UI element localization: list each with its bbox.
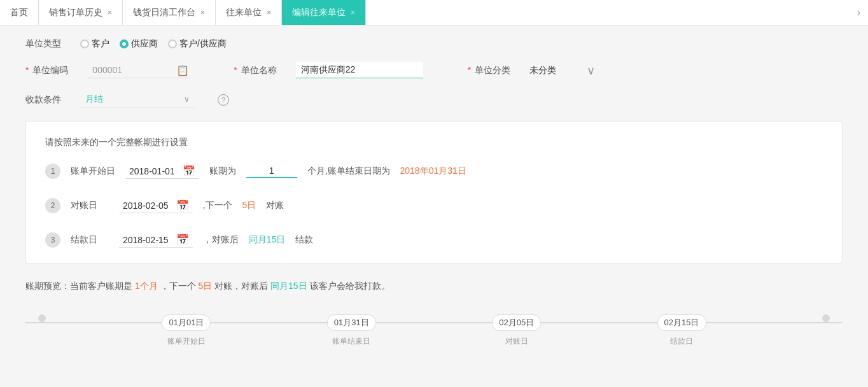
- preview-suffix: 该客户会给我打款。: [310, 281, 390, 291]
- payment-suffix: 结款: [295, 234, 313, 246]
- classify-value: 未分类: [529, 65, 556, 76]
- tab-edit-partner-label: 编辑往来单位: [292, 7, 346, 18]
- payment-date-calendar-icon[interactable]: 📅: [176, 234, 189, 246]
- payment-date-field: 2018-02-15 📅: [119, 232, 193, 248]
- timeline-label-1: 账单结束日: [332, 336, 370, 347]
- code-name-classify-row: * 单位编码 📋 * 单位名称 * 单位分类 未分类 ∨: [25, 62, 843, 78]
- payment-label: 收款条件: [25, 94, 61, 106]
- period-unit: 个月,账单结束日期为: [307, 165, 390, 177]
- code-label: * 单位编码: [25, 65, 68, 76]
- payment-value: 月结: [85, 94, 184, 105]
- main-content: 单位类型 客户 供应商 客户/供应商 * 单位编码 📋 *: [0, 25, 868, 387]
- tab-sales-history-close[interactable]: ×: [108, 8, 112, 17]
- reconcile-highlight: 5日: [242, 200, 256, 211]
- payment-prefix: ，对账后: [203, 234, 239, 246]
- code-required-star: *: [25, 65, 29, 75]
- setting-num-1: 1: [45, 164, 60, 179]
- tab-sales-history[interactable]: 销售订单历史 ×: [39, 0, 123, 25]
- timeline-badge-3: 02月15日: [657, 314, 706, 331]
- reconcile-date-text: 2018-02-05: [123, 201, 169, 211]
- period-input[interactable]: [246, 164, 297, 178]
- timeline-start-anchor: [38, 314, 46, 322]
- name-input[interactable]: [296, 62, 423, 78]
- period-end-date: 2018年01月31日: [400, 165, 466, 177]
- radio-supplier-label: 供应商: [131, 38, 158, 50]
- timeline-wrapper: 01月01日 账单开始日 01月31日 账单结束日 02月05日 对账日 02月…: [25, 308, 843, 353]
- tab-sales-history-label: 销售订单历史: [49, 7, 102, 18]
- start-date-field: 2018-01-01 📅: [125, 164, 199, 179]
- radio-customer[interactable]: 客户: [80, 38, 109, 50]
- radio-customer-label: 客户: [92, 38, 109, 50]
- preview-part3: 同月15日: [270, 281, 307, 291]
- classify-required-star: *: [468, 65, 471, 75]
- timeline-point-end-dot: [822, 314, 830, 322]
- radio-supplier[interactable]: 供应商: [120, 38, 158, 50]
- radio-customer-circle: [80, 39, 89, 48]
- tab-expand-button[interactable]: ›: [850, 0, 868, 25]
- setting-num-3: 3: [45, 232, 60, 248]
- radio-both[interactable]: 客户/供应商: [168, 38, 227, 50]
- settings-title: 请按照未来的一个完整帐期进行设置: [45, 137, 823, 148]
- preview-part2: 5日: [198, 281, 212, 291]
- reconcile-prefix: ,下一个: [203, 200, 232, 211]
- tab-cash-work-label: 钱货日清工作台: [133, 7, 195, 18]
- tabs-bar: 首页 销售订单历史 × 钱货日清工作台 × 往来单位 × 编辑往来单位 × ›: [0, 0, 868, 25]
- tab-partners-label: 往来单位: [226, 7, 262, 18]
- preview-part1: 1个月: [135, 281, 158, 291]
- timeline-badge-2: 02月05日: [492, 314, 541, 331]
- payment-date-text: 2018-02-15: [123, 235, 169, 245]
- tab-cash-work[interactable]: 钱货日清工作台 ×: [123, 0, 216, 25]
- payment-dropdown[interactable]: 月结 ∨: [80, 91, 195, 108]
- payment-highlight: 同月15日: [249, 234, 286, 246]
- start-date-calendar-icon[interactable]: 📅: [183, 165, 195, 177]
- code-calendar-icon[interactable]: 📋: [176, 64, 189, 76]
- timeline-point-2: 02月05日 对账日: [492, 314, 541, 347]
- start-date-text: 2018-01-01: [129, 166, 175, 176]
- tab-home-label: 首页: [10, 7, 28, 18]
- radio-both-label: 客户/供应商: [179, 38, 227, 50]
- preview-mid2: 对账，对账后: [214, 281, 268, 291]
- tab-home[interactable]: 首页: [0, 0, 39, 25]
- timeline-badge-1: 01月31日: [327, 314, 376, 331]
- timeline-label-3: 结款日: [670, 336, 693, 347]
- unit-type-row: 单位类型 客户 供应商 客户/供应商: [25, 38, 843, 50]
- unit-type-label: 单位类型: [25, 38, 61, 50]
- tab-edit-partner-close[interactable]: ×: [351, 8, 355, 17]
- timeline-point-1: 01月31日 账单结束日: [327, 314, 376, 347]
- classify-dropdown[interactable]: 未分类 ∨: [529, 64, 595, 78]
- timeline-point-start-dot: [38, 314, 46, 322]
- timeline-end-anchor: [822, 314, 830, 322]
- name-label: * 单位名称: [234, 65, 276, 76]
- radio-both-circle: [168, 39, 177, 48]
- tab-partners[interactable]: 往来单位 ×: [216, 0, 282, 25]
- reconcile-date-field: 2018-02-05 📅: [119, 198, 193, 213]
- timeline-points: 01月01日 账单开始日 01月31日 账单结束日 02月05日 对账日 02月…: [38, 314, 830, 347]
- settings-box: 请按照未来的一个完整帐期进行设置 1 账单开始日 2018-01-01 📅 账期…: [25, 121, 843, 264]
- classify-label: * 单位分类: [468, 65, 510, 76]
- code-input-group: 📋: [87, 62, 189, 78]
- setting-row-2: 2 对账日 2018-02-05 📅 ,下一个 5日 对账: [45, 198, 823, 213]
- period-label: 账期为: [209, 165, 236, 177]
- reconcile-suffix: 对账: [266, 200, 284, 211]
- reconcile-date-calendar-icon[interactable]: 📅: [176, 199, 189, 211]
- payment-row: 收款条件 月结 ∨ ?: [25, 91, 843, 108]
- payment-chevron-down-icon: ∨: [184, 95, 190, 104]
- tab-edit-partner[interactable]: 编辑往来单位 ×: [282, 0, 366, 25]
- radio-supplier-circle: [120, 39, 129, 48]
- timeline-point-3: 02月15日 结款日: [657, 314, 706, 347]
- payment-help-icon[interactable]: ?: [218, 94, 229, 106]
- setting-label-1: 账单开始日: [71, 165, 115, 177]
- classify-chevron-down-icon: ∨: [587, 64, 595, 78]
- setting-label-2: 对账日: [71, 200, 109, 211]
- timeline-label-2: 对账日: [505, 336, 528, 347]
- timeline-point-0: 01月01日 账单开始日: [162, 314, 211, 347]
- tab-cash-work-close[interactable]: ×: [200, 8, 205, 17]
- timeline-badge-0: 01月01日: [162, 314, 211, 331]
- preview-mid1: ，下一个: [160, 281, 196, 291]
- setting-num-2: 2: [45, 198, 60, 213]
- preview-prefix: 账期预览：当前客户账期是: [25, 281, 132, 291]
- tab-partners-close[interactable]: ×: [267, 8, 271, 17]
- code-input[interactable]: [87, 62, 176, 78]
- radio-group-unit-type: 客户 供应商 客户/供应商: [80, 38, 227, 50]
- setting-row-1: 1 账单开始日 2018-01-01 📅 账期为 个月,账单结束日期为 2018…: [45, 164, 823, 179]
